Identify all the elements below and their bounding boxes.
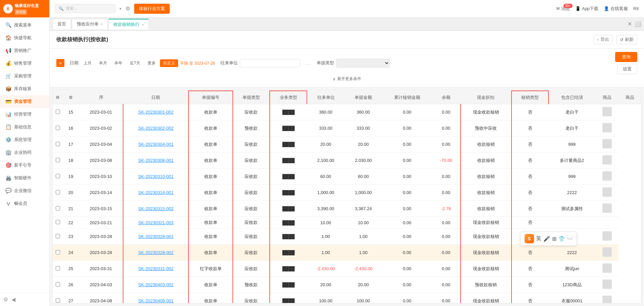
filter-query-button[interactable]: 查询 <box>615 52 637 62</box>
row-9-order_no[interactable]: SK-20230328-002 <box>123 245 189 261</box>
row-settings-11[interactable] <box>53 277 63 293</box>
order-link-10[interactable]: SK-20230331-002 <box>138 266 174 271</box>
watermark-more-icon[interactable]: ⋯ <box>567 236 573 242</box>
export-button[interactable]: ↑ 导出 <box>593 35 613 44</box>
sidebar-item-guide[interactable]: 🎯新手引导 <box>0 159 49 172</box>
row-3-order_no[interactable]: SK-20230308-001 <box>123 152 189 169</box>
tab-close-prepay[interactable]: × <box>101 22 103 26</box>
order-link-8[interactable]: SK-20230328-001 <box>138 234 174 239</box>
sidebar-item-enterprise[interactable]: 🏢企业协同 <box>0 146 49 159</box>
order-link-0[interactable]: SK-20230301-002 <box>138 110 174 115</box>
order-link-2[interactable]: SK-20230304-001 <box>138 142 174 147</box>
filter-expand-button[interactable]: » <box>56 59 64 67</box>
row-settings-10[interactable] <box>53 261 63 277</box>
col-header-settings[interactable]: ⚙ <box>53 91 63 104</box>
row-checkbox-11[interactable] <box>56 282 60 287</box>
watermark-mic-icon[interactable]: 🎤 <box>543 236 550 242</box>
filter-date-btn-3[interactable]: 近7天 <box>127 59 143 67</box>
maximize-window-icon[interactable]: ⬜ <box>635 21 641 27</box>
row-8-order_no[interactable]: SK-20230328-001 <box>123 229 189 245</box>
row-checkbox-4[interactable] <box>56 174 60 178</box>
row-2-order_no[interactable]: SK-20230304-001 <box>123 136 189 152</box>
row-settings-5[interactable] <box>53 185 63 201</box>
close-window-icon[interactable]: ✕ <box>628 21 632 27</box>
order-link-1[interactable]: SK-20230302-002 <box>138 126 174 131</box>
row-settings-1[interactable] <box>53 120 63 136</box>
sidebar-item-system[interactable]: ⚙️系统管理 <box>0 133 49 146</box>
settings-bottom-icon[interactable]: ⚙ <box>3 296 8 303</box>
row-0-order_no[interactable]: SK-20230301-002 <box>123 104 189 120</box>
row-settings-2[interactable] <box>53 136 63 152</box>
row-12-order_no[interactable]: SK-20230408-001 <box>123 293 189 304</box>
tab-close-receipt[interactable]: × <box>142 22 144 26</box>
filter-date-btn-4[interactable]: 更多 <box>145 59 159 67</box>
row-checkbox-1[interactable] <box>56 126 60 130</box>
order-link-9[interactable]: SK-20230328-002 <box>138 250 174 255</box>
row-checkbox-3[interactable] <box>56 158 60 162</box>
order-link-4[interactable]: SK-20230310-001 <box>138 174 174 179</box>
watermark-grid-icon[interactable]: ⊞ <box>552 236 556 242</box>
sidebar-item-basic[interactable]: 📋基础信息 <box>0 121 49 133</box>
sidebar-item-hardware[interactable]: 🖨️智能硬件 <box>0 172 49 184</box>
online-service-action[interactable]: 👤 在线客服 <box>604 6 628 12</box>
topbar-search[interactable]: 🔍 搜索... <box>55 4 115 13</box>
row-checkbox-2[interactable] <box>56 142 60 146</box>
order-link-5[interactable]: SK-20230314-001 <box>138 190 174 195</box>
sidebar-item-member[interactable]: V畅会员 <box>0 197 49 210</box>
sidebar-item-wechat[interactable]: 💬企业微信 <box>0 184 49 197</box>
row-checkbox-12[interactable] <box>56 298 60 303</box>
order-link-7[interactable]: SK-20230321-003 <box>138 220 174 225</box>
row-checkbox-6[interactable] <box>56 206 60 210</box>
row-6-order_no[interactable]: SK-20230315-002 <box>123 201 189 217</box>
row-checkbox-9[interactable] <box>56 250 60 254</box>
row-settings-8[interactable] <box>53 229 63 245</box>
sidebar-item-operations[interactable]: 📊经营管理 <box>0 108 49 121</box>
sidebar-item-inventory[interactable]: 📦库存核算 <box>0 82 49 95</box>
filter-settings-button[interactable]: 设置 <box>617 64 637 74</box>
order-link-6[interactable]: SK-20230315-002 <box>138 206 174 211</box>
row-checkbox-5[interactable] <box>56 190 60 194</box>
industry-solution-button[interactable]: 体验行业方案 <box>134 4 170 14</box>
row-5-order_no[interactable]: SK-20230314-001 <box>123 185 189 201</box>
expand-more-conditions[interactable]: ∨ 展开更多条件 <box>56 74 637 84</box>
filter-date-btn-2[interactable]: 本年 <box>111 59 125 67</box>
row-settings-0[interactable] <box>53 104 63 120</box>
order-link-11[interactable]: SK-20230403-002 <box>138 282 174 287</box>
filter-date-btn-0[interactable]: 上月 <box>80 59 95 67</box>
row-settings-4[interactable] <box>53 169 63 185</box>
refresh-button[interactable]: ↺ 刷新 <box>616 35 637 44</box>
sidebar-item-shortcut[interactable]: 🏠快捷导航 <box>0 32 49 44</box>
sidebar-item-finance[interactable]: 💳资金管理 <box>0 95 49 108</box>
row-settings-6[interactable] <box>53 201 63 217</box>
topbar-dropdown-arrow[interactable]: ▾ <box>119 6 121 11</box>
sidebar-item-sales[interactable]: 💰销售管理 <box>0 57 49 70</box>
filter-partner-input[interactable] <box>240 59 300 67</box>
row-7-order_no[interactable]: SK-20230321-003 <box>123 217 189 229</box>
user-name[interactable]: Rit <box>633 6 639 11</box>
filter-date-btn-1[interactable]: 本月 <box>96 59 110 67</box>
sidebar-item-purchase[interactable]: 🛒采购管理 <box>0 70 49 82</box>
order-link-12[interactable]: SK-20230408-001 <box>138 298 174 303</box>
row-10-order_no[interactable]: SK-20230331-002 <box>123 261 189 277</box>
sidebar-item-marketing[interactable]: 📢营销推广 <box>0 44 49 57</box>
row-settings-12[interactable] <box>53 293 63 304</box>
topbar-gear-icon[interactable]: ⚙ <box>125 5 130 12</box>
watermark-text-icon[interactable]: 英 <box>536 235 541 242</box>
tab-receipt[interactable]: 收款核销执行× <box>108 19 149 29</box>
row-checkbox-0[interactable] <box>56 110 60 114</box>
tab-home[interactable]: 首页 <box>52 19 71 29</box>
row-settings-3[interactable] <box>53 152 63 169</box>
watermark-shirt-icon[interactable]: 👕 <box>558 236 565 242</box>
row-checkbox-8[interactable] <box>56 234 60 238</box>
filter-receipt-type-select[interactable] <box>336 59 390 68</box>
row-11-order_no[interactable]: SK-20230403-002 <box>123 277 189 293</box>
messages-action[interactable]: ✉ 消息 99+ <box>556 6 570 12</box>
row-4-order_no[interactable]: SK-20230310-001 <box>123 169 189 185</box>
row-checkbox-7[interactable] <box>56 220 60 224</box>
tab-prepay[interactable]: 预收应付单× <box>72 19 108 29</box>
app-download-action[interactable]: 📱 App下载 <box>575 6 598 12</box>
collapse-icon[interactable]: ◀ <box>11 296 15 303</box>
filter-date-btn-custom[interactable]: 自定义 <box>160 59 178 67</box>
row-settings-9[interactable] <box>53 245 63 261</box>
row-settings-7[interactable] <box>53 217 63 229</box>
